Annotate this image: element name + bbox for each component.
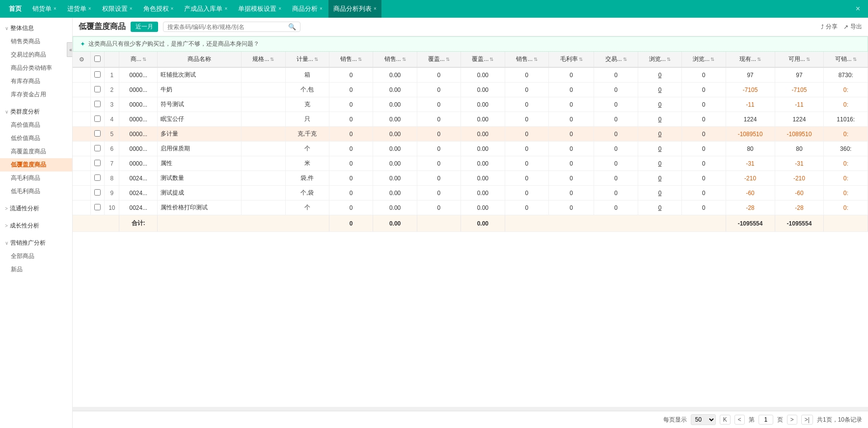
row-cover-amount: 0.00 [461,83,505,97]
th-browse2[interactable]: 浏览...⇅ [682,52,726,67]
nav-close-product-analysis-list[interactable]: × [374,0,377,18]
nav-permissions[interactable]: 权限设置 × [97,0,137,18]
nav-close-product-warehousing[interactable]: × [224,0,227,18]
th-cover-amount[interactable]: 覆盖...⇅ [461,52,505,67]
select-all-checkbox[interactable] [94,56,101,62]
row-sales-amount: 0.00 [373,97,417,112]
nav-close-sales-order[interactable]: × [54,0,56,18]
browse1-link[interactable]: 0 [658,160,662,167]
row-sales-amount: 0.00 [373,112,417,127]
sidebar-item-all-goods[interactable]: 全部商品 [0,250,72,263]
sidebar-item-high-coverage[interactable]: 高覆盖度商品 [0,145,72,158]
row-checkbox[interactable] [94,160,101,166]
page-size-select[interactable]: 50 100 200 [691,414,716,425]
nav-close-product-analysis[interactable]: × [320,0,323,18]
browse1-link[interactable]: 0 [658,86,662,93]
sidebar-item-high-value[interactable]: 高价值商品 [0,118,72,132]
row-transaction: 0 [594,97,638,112]
sidebar-item-new-goods[interactable]: 新品 [0,263,72,276]
close-all-tabs[interactable]: × [852,4,864,13]
row-current-stock: 97 [726,67,775,83]
sidebar-group-growth[interactable]: > 成长性分析 [0,219,72,232]
nav-close-permissions[interactable]: × [130,0,133,18]
nav-close-purchase-order[interactable]: × [88,0,91,18]
row-name: 启用保质期 [158,142,242,156]
nav-close-template-settings[interactable]: × [278,0,281,18]
column-settings-icon[interactable]: ⚙ [79,56,84,63]
th-available[interactable]: 可用...⇅ [775,52,824,67]
nav-home[interactable]: 首页 [4,0,27,18]
nav-close-role-auth[interactable]: × [171,0,174,18]
sidebar-item-high-margin[interactable]: 高毛利商品 [0,171,72,185]
sidebar-item-low-value[interactable]: 低价值商品 [0,132,72,145]
sidebar-item-low-coverage[interactable]: 低覆盖度商品 [0,158,72,171]
sidebar-group-marketing[interactable]: ∨ 营销推广分析 [0,236,72,250]
sidebar-item-category-turnover[interactable]: 商品分类动销率 [0,61,72,75]
search-icon[interactable]: 🔍 [288,23,296,30]
row-spec [242,142,285,156]
sidebar-item-sales-goods[interactable]: 销售类商品 [0,35,72,48]
row-checkbox[interactable] [94,115,101,122]
row-checkbox[interactable] [94,71,101,78]
th-current-stock[interactable]: 现有...⇅ [726,52,775,67]
browse1-link[interactable]: 0 [658,204,662,211]
nav-purchase-order[interactable]: 进货单 × [62,0,96,18]
th-unit[interactable]: 计量...⇅ [285,52,329,67]
row-checkbox[interactable] [94,101,101,107]
row-checkbox[interactable] [94,86,101,92]
nav-product-analysis[interactable]: 商品分析 × [287,0,327,18]
pagination-next[interactable]: > [787,415,797,425]
row-sales-amount: 0.00 [373,83,417,97]
th-sales-amount[interactable]: 销售...⇅ [373,52,417,67]
nav-product-analysis-list[interactable]: 商品分析列表 × [328,0,381,18]
th-saleable[interactable]: 可销...⇅ [824,52,868,67]
row-num: 2 [105,83,119,97]
th-cover-count[interactable]: 覆盖...⇅ [417,52,461,67]
th-sales-count[interactable]: 销售...⇅ [329,52,373,67]
page-number-input[interactable] [759,415,773,425]
sidebar-item-low-margin[interactable]: 低毛利商品 [0,185,72,198]
export-button[interactable]: ↗ 导出 [843,23,862,31]
sidebar-item-capital-occupation[interactable]: 库存资金占用 [0,88,72,101]
sidebar-group-cluster[interactable]: ∨ 类群度分析 [0,105,72,118]
nav-role-auth[interactable]: 角色授权 × [138,0,179,18]
browse1-link[interactable]: 0 [658,101,662,108]
nav-sales-order[interactable]: 销货单 × [27,0,61,18]
th-sales-qty[interactable]: 销售...⇅ [505,52,548,67]
horizontal-scrollbar[interactable] [73,407,868,411]
nav-template-settings[interactable]: 单据模板设置 × [233,0,286,18]
browse1-link[interactable]: 0 [658,190,662,197]
th-gross-rate[interactable]: 毛利率⇅ [548,52,594,67]
browse1-link[interactable]: 0 [658,116,662,123]
row-sales-count: 0 [329,112,373,127]
row-sales-qty: 0 [505,156,548,171]
sidebar-group-liquidity[interactable]: > 流通性分析 [0,202,72,215]
browse1-link[interactable]: 0 [658,72,662,79]
th-spec[interactable]: 规格...⇅ [242,52,285,67]
nav-product-warehousing[interactable]: 产成品入库单 × [179,0,232,18]
row-checkbox[interactable] [94,130,101,137]
th-code[interactable]: 商...⇅ [119,52,158,67]
pagination-last[interactable]: >| [801,415,813,425]
share-button[interactable]: ⤴ 分享 [821,23,838,31]
browse1-link[interactable]: 0 [658,175,662,182]
time-filter-button[interactable]: 近一月 [131,22,158,32]
row-name: 属性价格打印测试 [158,200,242,215]
sidebar-group-overall[interactable]: ∨ 整体信息 [0,22,72,35]
th-browse1[interactable]: 浏览...⇅ [638,52,681,67]
pagination-first[interactable]: K [720,415,731,425]
pagination-prev[interactable]: < [734,415,745,425]
th-settings[interactable]: ⚙ [73,52,91,67]
browse1-link[interactable]: 0 [658,131,662,138]
th-name[interactable]: 商品名称 [158,52,242,67]
browse1-link[interactable]: 0 [658,145,662,152]
row-checkbox[interactable] [94,174,101,181]
th-transaction[interactable]: 交易...⇅ [594,52,638,67]
row-checkbox[interactable] [94,204,101,210]
sidebar-item-stocked-goods[interactable]: 有库存商品 [0,75,72,88]
sidebar-item-traded-goods[interactable]: 交易过的商品 [0,48,72,61]
row-checkbox[interactable] [94,189,101,196]
row-checkbox[interactable] [94,145,101,151]
search-input[interactable] [167,24,286,30]
sidebar-collapse-button[interactable]: « [67,42,73,57]
